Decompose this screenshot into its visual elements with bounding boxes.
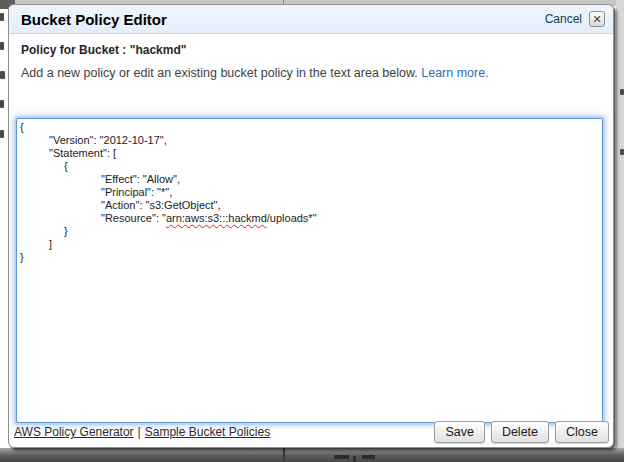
policy-line: "Statement": [ xyxy=(17,147,602,160)
learn-more-link[interactable]: Learn more. xyxy=(421,66,488,80)
policy-line: "Effect": "Allow", xyxy=(17,173,602,186)
background-text-fragment xyxy=(334,455,349,459)
footer-links: AWS Policy Generator|Sample Bucket Polic… xyxy=(14,425,428,439)
dialog-footer: AWS Policy Generator|Sample Bucket Polic… xyxy=(14,420,609,444)
dialog-header: Bucket Policy Editor Cancel ✕ xyxy=(9,5,613,34)
background-text-fragment xyxy=(620,89,624,95)
background-text-fragment xyxy=(0,42,4,50)
background-text-fragment xyxy=(0,13,4,21)
close-button[interactable]: ✕ xyxy=(589,11,605,27)
delete-button[interactable]: Delete xyxy=(491,421,549,443)
description-text: Add a new policy or edit an existing buc… xyxy=(21,66,601,80)
close-icon: ✕ xyxy=(592,14,601,25)
background-bottom-divider xyxy=(283,448,285,462)
link-separator: | xyxy=(138,425,141,439)
page-title: Bucket Policy Editor xyxy=(21,11,545,28)
policy-line: } xyxy=(17,225,602,238)
background-bottom-strip xyxy=(0,448,624,462)
description-body: Add a new policy or edit an existing buc… xyxy=(21,66,418,80)
background-text-fragment xyxy=(362,455,375,459)
policy-line: "Resource": "arn:aws:s3:::hackmd/uploads… xyxy=(17,212,602,225)
policy-line: "Principal": "*", xyxy=(17,186,602,199)
aws-policy-generator-link[interactable]: AWS Policy Generator xyxy=(14,425,134,439)
policy-line: ] xyxy=(17,238,602,251)
background-text-fragment xyxy=(353,456,356,462)
background-right-column xyxy=(616,0,624,462)
policy-line: { xyxy=(17,121,602,134)
bucket-policy-editor-dialog: Bucket Policy Editor Cancel ✕ Policy for… xyxy=(8,4,614,448)
policy-line: "Action": "s3:GetObject", xyxy=(17,199,602,212)
background-text-fragment xyxy=(620,149,624,155)
misspelled-text: arn:aws:s3:::hackmd xyxy=(166,212,267,224)
policy-line: } xyxy=(17,251,602,264)
save-button[interactable]: Save xyxy=(434,421,485,443)
close-dialog-button[interactable]: Close xyxy=(555,421,609,443)
background-text-fragment xyxy=(0,130,4,138)
sample-bucket-policies-link[interactable]: Sample Bucket Policies xyxy=(145,425,270,439)
background-text-fragment xyxy=(0,71,5,79)
cancel-link[interactable]: Cancel xyxy=(545,12,582,26)
page-background: Bucket Policy Editor Cancel ✕ Policy for… xyxy=(0,0,624,462)
policy-line: "Version": "2012-10-17", xyxy=(17,134,602,147)
policy-textarea[interactable]: {"Version": "2012-10-17","Statement": [{… xyxy=(16,118,603,423)
policy-line: { xyxy=(17,160,602,173)
background-text-fragment xyxy=(0,100,4,108)
policy-for-bucket-label: Policy for Bucket : "hackmd" xyxy=(21,43,601,57)
